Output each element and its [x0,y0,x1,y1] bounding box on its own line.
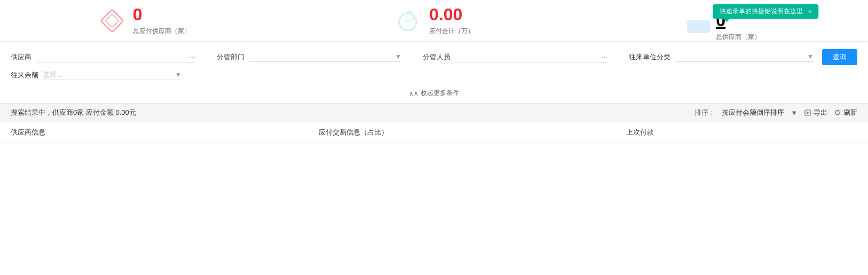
svg-rect-7 [689,29,696,30]
table-header: 供应商信息 应付交易信息（占比） 上次付款 [0,122,868,143]
results-bar: 搜索结果中，供应商0家 应付金额 0.00元 排序： 按应付会额倒序排序 ▼ 导… [0,104,868,122]
filter-balance: 往来余额 ▼ [11,70,182,80]
collapse-up-icon: ∧∧ [409,90,419,97]
dept-input[interactable] [249,52,393,60]
results-summary-text: 搜索结果中，供应商0家 应付金额 0.00元 [11,108,136,116]
filter-unit-category: 往来单位分类 ▼ [629,52,814,62]
svg-point-3 [411,17,414,20]
query-button[interactable]: 查询 [822,49,857,65]
balance-select[interactable] [43,70,173,78]
filter-row-1: 供应商 ··· 分管部门 ▼ 分管人员 ··· 往来单位分 [11,49,857,65]
supplier-input-wrapper: ··· [36,52,195,62]
supplier-label: 供应商 [11,52,31,62]
col-supplier-header: 供应商信息 [11,128,319,137]
filter-supplier: 供应商 ··· [11,52,195,62]
balance-chevron-icon[interactable]: ▼ [175,71,182,78]
filter-dept: 分管部门 ▼ [217,52,401,62]
results-summary: 搜索结果中，供应商0家 应付金额 0.00元 [11,108,136,117]
total-suppliers-label: 总供应商（家） [716,33,761,42]
balance-input-wrapper: ▼ [43,70,182,80]
filter-bar: 供应商 ··· 分管部门 ▼ 分管人员 ··· 往来单位分 [0,42,868,104]
export-action[interactable]: 导出 [804,108,827,117]
sort-value[interactable]: 按应付会额倒序排序 [722,108,784,117]
stats-bar: 0 总应付供应商（家） 0.00 应付合计（万） 快速录单 [0,0,868,42]
payable-total-label: 应付合计（万） [429,27,474,36]
balance-label: 往来余额 [11,70,38,80]
supplier-input[interactable] [36,52,187,60]
shortcut-tooltip[interactable]: 快速录单的快捷键说明在这里 × [713,4,819,19]
dept-input-wrapper: ▼ [249,52,401,62]
unit-category-label: 往来单位分类 [629,52,670,62]
refresh-label[interactable]: 刷新 [843,108,857,117]
person-input[interactable] [455,52,599,60]
sort-chevron-icon[interactable]: ▼ [791,109,798,117]
collapse-button[interactable]: ∧∧ 收起更多条件 [409,89,459,98]
tooltip-text: 快速录单的快捷键说明在这里 [720,7,803,16]
col-transaction-header: 应付交易信息（占比） [319,128,627,137]
unit-category-input-wrapper: ▼ [675,52,814,62]
dept-label: 分管部门 [217,52,244,62]
refresh-icon [834,109,841,116]
money-icon [394,7,422,35]
total-payable-label: 总应付供应商（家） [133,27,191,36]
col-payment-header: 上次付款 [626,128,857,137]
dept-chevron-icon[interactable]: ▼ [395,53,401,60]
supplier-more-btn[interactable]: ··· [189,52,195,61]
unit-category-chevron-icon[interactable]: ▼ [807,53,814,60]
diamond-icon [99,7,125,34]
filter-row-2: 往来余额 ▼ [11,70,857,85]
total-payable-count: 0 [133,5,191,24]
card-icon [686,18,712,35]
tooltip-close-btn[interactable]: × [808,7,812,15]
collapse-label: 收起更多条件 [421,89,459,98]
person-more-btn[interactable]: ··· [601,52,607,61]
table-body [0,143,868,275]
person-label: 分管人员 [423,52,451,62]
export-icon [804,109,811,116]
export-label[interactable]: 导出 [814,108,827,117]
refresh-action[interactable]: 刷新 [834,108,857,117]
sort-label: 排序： [695,108,715,117]
payable-total-amount: 0.00 [429,5,474,24]
tooltip-dot [723,0,727,2]
svg-rect-6 [687,23,711,27]
svg-rect-1 [105,14,119,27]
svg-rect-0 [100,9,123,32]
stat-total-suppliers: 快速录单的快捷键说明在这里 × 0 总供应商（家） [579,0,868,41]
filter-person: 分管人员 ··· [423,52,607,62]
collapse-row: ∧∧ 收起更多条件 [11,85,857,103]
stat-total-payable-suppliers: 0 总应付供应商（家） [0,0,289,41]
unit-category-input[interactable] [675,52,805,60]
person-input-wrapper: ··· [455,52,607,62]
results-actions: 排序： 按应付会额倒序排序 ▼ 导出 刷新 [695,108,857,117]
stat-payable-total: 0.00 应付合计（万） [289,0,579,41]
